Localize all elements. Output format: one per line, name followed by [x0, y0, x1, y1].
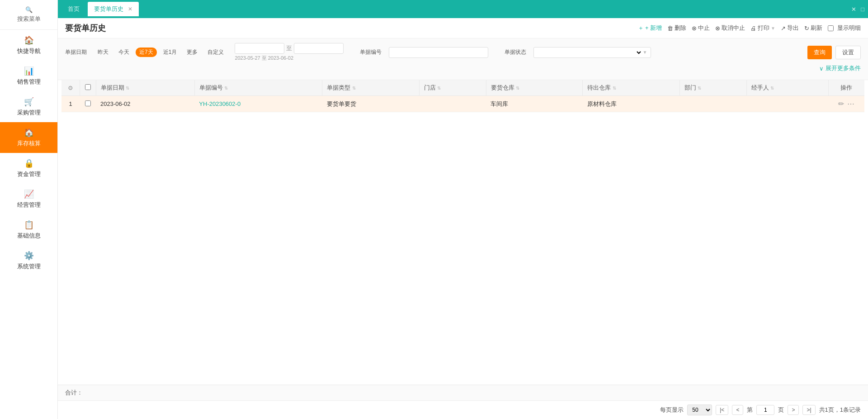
th-settings[interactable]: ⚙	[61, 80, 80, 96]
export-button[interactable]: ↗ 导出	[781, 24, 799, 32]
page-label-end: 页	[778, 406, 784, 414]
status-dropdown-icon: ▼	[642, 50, 647, 55]
row-pending-warehouse: 原材料仓库	[583, 96, 680, 112]
query-button[interactable]: 查询	[807, 46, 832, 59]
tab-close-icon[interactable]: ✕	[128, 6, 132, 12]
date-range-input[interactable]	[235, 43, 284, 54]
search-icon: 🔍	[25, 6, 33, 13]
row-bill-no[interactable]: YH-20230602-0	[194, 96, 322, 112]
gear-icon: ⚙️	[24, 251, 34, 261]
date-btn-yesterday[interactable]: 昨天	[94, 48, 112, 57]
th-handler[interactable]: 经手人	[746, 80, 828, 96]
print-button[interactable]: 🖨 打印 ▼	[750, 24, 775, 32]
row-more-icon[interactable]: ⋯	[847, 100, 854, 108]
date-btn-7days[interactable]: 近7天	[136, 48, 157, 57]
inventory-icon: 🏠	[24, 128, 34, 138]
next-page-button[interactable]: >	[788, 405, 799, 415]
sidebar-item-label: 资金管理	[17, 170, 41, 178]
filter-area: 单据日期 昨天 今天 近7天 近1月 更多 自定义 至 2023-05-27 至…	[58, 38, 868, 80]
new-button[interactable]: ＋ + 新增	[638, 24, 662, 32]
th-department[interactable]: 部门	[679, 80, 746, 96]
sidebar-item-label: 经营管理	[17, 201, 41, 209]
date-btn-custom[interactable]: 自定义	[204, 48, 227, 57]
bill-no-input[interactable]	[389, 47, 488, 58]
sidebar-search[interactable]: 🔍 搜索菜单	[0, 0, 57, 30]
chart-icon: 📊	[24, 66, 34, 76]
table-head: ⚙ 单据日期 单据编号 单据类型	[61, 80, 864, 96]
delete-button[interactable]: 🗑 删除	[667, 24, 686, 32]
display-detail-checkbox[interactable]	[828, 25, 834, 31]
operations-icon: 📈	[24, 189, 34, 199]
sidebar-item-label: 采购管理	[17, 109, 41, 117]
export-icon: ↗	[781, 25, 786, 32]
lock-icon: 🔒	[24, 158, 34, 168]
table-body: 1 2023-06-02 YH-20230602-0 要货单要货 车间库 原材料…	[61, 96, 864, 112]
cancel-stop-button[interactable]: ⊗ 取消中止	[715, 24, 745, 32]
tab-bar-right: ✕ □	[851, 6, 864, 13]
sidebar-item-sales[interactable]: 📊 销售管理	[0, 61, 57, 91]
last-page-button[interactable]: >|	[802, 405, 815, 415]
sidebar-item-finance[interactable]: 🔒 资金管理	[0, 153, 57, 184]
chevron-down-icon: ∨	[819, 65, 824, 72]
tab-bar: 首页 要货单历史 ✕ ✕ □	[58, 0, 868, 18]
row-edit-icon[interactable]: ✏	[838, 100, 844, 108]
row-bill-type: 要货单要货	[322, 96, 420, 112]
first-page-button[interactable]: |<	[716, 405, 728, 415]
th-store[interactable]: 门店	[419, 80, 486, 96]
total-records: 共1页，1条记录	[819, 406, 861, 414]
sidebar-item-purchase[interactable]: 🛒 采购管理	[0, 91, 57, 122]
th-bill-no[interactable]: 单据编号	[194, 80, 322, 96]
th-req-warehouse[interactable]: 要货仓库	[486, 80, 583, 96]
window-close-icon[interactable]: ✕	[851, 6, 856, 13]
window-maximize-icon[interactable]: □	[861, 6, 864, 13]
cart-icon: 🛒	[24, 97, 34, 107]
th-actions: 操作	[828, 80, 864, 96]
stop-button[interactable]: ⊗ 中止	[692, 24, 710, 32]
prev-page-button[interactable]: <	[732, 405, 743, 415]
sidebar-item-quick-nav[interactable]: 🏠 快捷导航	[0, 30, 57, 61]
data-table: ⚙ 单据日期 单据编号 单据类型	[61, 80, 864, 112]
delete-icon: 🗑	[667, 25, 673, 32]
bill-no-link[interactable]: YH-20230602-0	[199, 100, 241, 107]
page-title: 要货单历史	[65, 23, 638, 33]
sidebar-item-inventory[interactable]: 🏠 库存核算	[0, 122, 57, 153]
row-date: 2023-06-02	[96, 96, 194, 112]
display-detail-toggle[interactable]: 显示明细	[828, 24, 861, 32]
cancel-stop-icon: ⊗	[715, 25, 720, 32]
date-btn-today[interactable]: 今天	[115, 48, 133, 57]
th-checkbox[interactable]	[80, 80, 96, 96]
date-range-end-input[interactable]	[294, 43, 344, 54]
date-btn-more[interactable]: 更多	[183, 48, 201, 57]
row-req-warehouse: 车间库	[486, 96, 583, 112]
tab-requisition-label: 要货单历史	[94, 5, 123, 13]
status-select[interactable]	[538, 49, 642, 56]
filter-dates: 昨天 今天 近7天 近1月 更多 自定义	[94, 48, 227, 57]
sidebar-item-basic-info[interactable]: 📋 基础信息	[0, 214, 57, 245]
row-num: 1	[61, 96, 80, 112]
tab-home-label: 首页	[68, 5, 80, 13]
expand-button[interactable]: ∨ 展开更多条件	[819, 64, 861, 72]
sidebar-item-system[interactable]: ⚙️ 系统管理	[0, 245, 57, 276]
row-checkbox-cell[interactable]	[80, 96, 96, 112]
main-area: 首页 要货单历史 ✕ ✕ □ 要货单历史 ＋ + 新增 🗑 删除	[58, 0, 868, 419]
print-dropdown-icon: ▼	[771, 26, 775, 31]
tab-requisition-history[interactable]: 要货单历史 ✕	[88, 2, 139, 16]
settings-button[interactable]: 设置	[835, 46, 861, 59]
page-input[interactable]	[756, 405, 774, 415]
refresh-button[interactable]: ↻ 刷新	[804, 24, 822, 32]
th-date[interactable]: 单据日期	[96, 80, 194, 96]
plus-icon: ＋	[638, 24, 644, 32]
row-checkbox[interactable]	[85, 100, 91, 106]
status-select-wrapper[interactable]: ▼	[533, 47, 651, 58]
date-btn-1month[interactable]: 近1月	[160, 48, 181, 57]
page-size-select[interactable]: 20 50 100	[687, 405, 712, 415]
home-icon: 🏠	[24, 35, 34, 45]
tab-home[interactable]: 首页	[61, 2, 86, 16]
sidebar: 🔍 搜索菜单 🏠 快捷导航 📊 销售管理 🛒 采购管理 🏠 库存核算 🔒 资金管…	[0, 0, 58, 419]
th-pending-warehouse[interactable]: 待出仓库	[583, 80, 680, 96]
sidebar-item-operations[interactable]: 📈 经营管理	[0, 184, 57, 214]
stop-icon: ⊗	[692, 25, 697, 32]
table-area: ⚙ 单据日期 单据编号 单据类型	[58, 80, 868, 385]
th-bill-type[interactable]: 单据类型	[322, 80, 420, 96]
select-all-checkbox[interactable]	[85, 84, 91, 90]
